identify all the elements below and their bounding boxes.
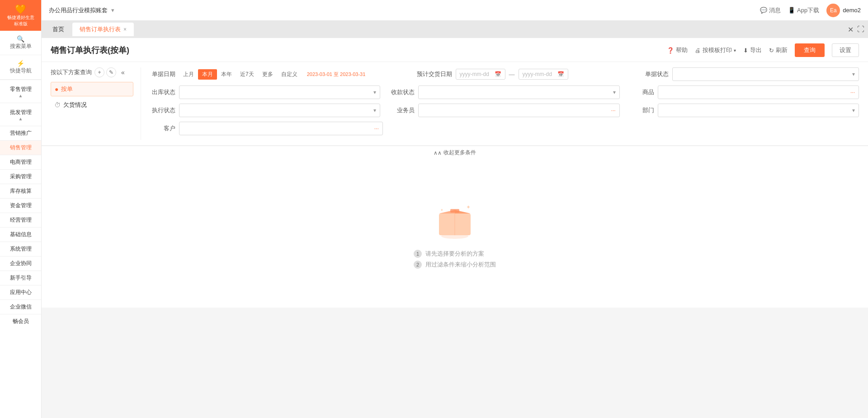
sidebar-item-newguide[interactable]: 新手引导: [0, 271, 41, 285]
date-tab-lastmonth[interactable]: 上月: [179, 69, 198, 80]
sidebar-item-sales[interactable]: 销售管理: [0, 141, 41, 155]
status-select[interactable]: ▾: [672, 67, 859, 81]
sidebar-item-operations[interactable]: 经营管理: [0, 213, 41, 228]
sidebar-item-member[interactable]: 畅会员: [0, 314, 41, 328]
sidebar-item-basic[interactable]: 基础信息: [0, 228, 41, 242]
date-tab-thismonth[interactable]: 本月: [198, 69, 217, 80]
message-action[interactable]: 💬 消息: [760, 6, 781, 14]
dept-select[interactable]: ▾: [658, 104, 859, 117]
scheme-item-按单[interactable]: ● 按单: [51, 82, 133, 96]
date-tab-thisyear[interactable]: 本年: [217, 69, 236, 80]
sidebar-item-inventory[interactable]: 库存核算: [0, 184, 41, 199]
sidebar-retail-label: 零售管理: [10, 86, 32, 93]
sidebar-ecommerce-label: 电商管理: [0, 158, 41, 166]
page-container: 销售订单执行表(按单) ❓ 帮助 🖨 按模板打印 ▾ ⬇ 导出: [42, 38, 868, 308]
payment-status-select[interactable]: ▾: [418, 86, 619, 99]
app-download-action[interactable]: 📱 App下载: [788, 6, 819, 14]
date-tabs: 上月 本月 本年 近7天 更多 自定义: [179, 69, 302, 80]
tab-home[interactable]: 首页: [45, 23, 71, 36]
delivery-status-select[interactable]: ▾: [179, 86, 380, 99]
svg-rect-2: [450, 209, 459, 213]
export-label: 导出: [750, 46, 762, 54]
salesperson-select[interactable]: ···: [418, 104, 619, 117]
help-button[interactable]: ❓ 帮助: [667, 46, 688, 54]
customer-more-icon[interactable]: ···: [374, 125, 379, 132]
filter-section-header: 按以下方案查询 + ✎ «: [51, 67, 133, 77]
tab-sales-order[interactable]: 销售订单执行表 ×: [72, 23, 134, 36]
sidebar-search[interactable]: 🔍 搜索菜单: [0, 31, 41, 55]
customer-select[interactable]: ···: [179, 122, 383, 135]
salesperson-more-icon[interactable]: ···: [611, 107, 616, 114]
user-area[interactable]: Ea demo2: [826, 4, 861, 17]
expected-date-end[interactable]: yyyy-mm-dd 📅: [519, 69, 568, 80]
app-logo[interactable]: 🧡 畅捷通好生意 标准版: [0, 0, 41, 31]
exec-status-group: 执行状态 ▾: [148, 104, 380, 117]
delivery-status-label: 出库状态: [148, 88, 175, 96]
date-tab-more[interactable]: 更多: [258, 69, 277, 80]
collapse-more-label: 收起更多条件: [443, 149, 476, 157]
user-name: demo2: [843, 7, 861, 14]
date-range-text: 2023-03-01 至 2023-03-31: [307, 71, 366, 78]
goods-more-icon[interactable]: ···: [850, 89, 855, 95]
date-tab-custom[interactable]: 自定义: [277, 69, 302, 80]
avatar[interactable]: Ea: [826, 4, 840, 17]
sidebar-item-retail[interactable]: 零售管理 ▲: [0, 80, 41, 103]
dept-arrow: ▾: [852, 107, 855, 114]
filter-section-label: 按以下方案查询: [51, 68, 92, 76]
empty-hint-2: 2 用过滤条件来缩小分析范围: [414, 261, 496, 269]
sidebar-item-marketing[interactable]: 营销推广: [0, 126, 41, 141]
sidebar-item-wholesale[interactable]: 批发管理 ▲: [0, 103, 41, 126]
help-label: 帮助: [676, 46, 688, 54]
hint-text-1: 请先选择要分析的方案: [425, 250, 484, 258]
goods-label: 商品: [627, 88, 654, 96]
search-button[interactable]: 查询: [795, 43, 825, 57]
topbar: 办公用品行业模拟账套 ▾ 💬 消息 📱 App下载 Ea demo2: [42, 0, 868, 21]
expected-date-end-placeholder: yyyy-mm-dd: [523, 71, 552, 77]
collapse-more-bar[interactable]: ∧∧ 收起更多条件: [42, 146, 868, 159]
payment-status-label: 收款状态: [387, 88, 415, 96]
sidebar-item-weixin[interactable]: 企业微信: [0, 300, 41, 314]
page-title: 销售订单执行表(按单): [51, 45, 129, 56]
sidebar-item-enterprise[interactable]: 企业协同: [0, 256, 41, 271]
sidebar-operations-label: 经营管理: [0, 216, 41, 224]
sidebar-item-appcenter[interactable]: 应用中心: [0, 285, 41, 300]
scheme-item-欠货情况[interactable]: ⏱ 欠货情况: [51, 98, 133, 112]
sidebar-item-finance[interactable]: 资金管理: [0, 199, 41, 213]
goods-select[interactable]: ···: [658, 86, 859, 99]
wholesale-arrow: ▲: [19, 116, 23, 121]
tab-close-window-icon[interactable]: ✕: [848, 25, 854, 34]
sidebar-item-purchase[interactable]: 采购管理: [0, 170, 41, 184]
svg-text:✦: ✦: [440, 208, 443, 212]
print-label: 按模板打印: [703, 46, 732, 54]
topbar-dropdown-icon[interactable]: ▾: [111, 7, 114, 14]
sidebar-quick-nav[interactable]: ⚡ 快捷导航: [0, 55, 41, 80]
edit-scheme-button[interactable]: ✎: [106, 67, 116, 77]
tab-close-icon[interactable]: ×: [123, 26, 127, 33]
avatar-text: Ea: [830, 7, 837, 14]
filter-right-panel: 单据日期 上月 本月 本年 近7天 更多 自定义: [141, 67, 859, 140]
settings-button[interactable]: 设置: [832, 43, 859, 57]
print-button[interactable]: 🖨 按模板打印 ▾: [695, 46, 736, 54]
collapse-chevron-icon: ∧∧: [434, 150, 442, 156]
filter-row-1: 单据日期 上月 本月 本年 近7天 更多 自定义: [148, 67, 859, 81]
sidebar-item-system[interactable]: 系统管理: [0, 242, 41, 256]
tab-expand-icon[interactable]: ⛶: [857, 25, 864, 33]
exec-arrow: ▾: [373, 107, 376, 114]
sidebar-basic-label: 基础信息: [0, 231, 41, 238]
collapse-panel-button[interactable]: «: [118, 67, 128, 77]
delivery-status-group: 出库状态 ▾: [148, 86, 380, 99]
expected-date-label: 预计交货日期: [417, 70, 452, 78]
main-area: 办公用品行业模拟账套 ▾ 💬 消息 📱 App下载 Ea demo2 首页: [42, 0, 868, 418]
hint-num-2: 2: [414, 261, 422, 269]
customer-label: 客户: [148, 124, 175, 133]
exec-status-select[interactable]: ▾: [179, 104, 380, 117]
add-scheme-button[interactable]: +: [94, 67, 104, 77]
export-button[interactable]: ⬇ 导出: [743, 46, 762, 54]
date-tab-7days[interactable]: 近7天: [236, 69, 258, 80]
expected-date-start[interactable]: yyyy-mm-dd 📅: [456, 69, 505, 80]
sidebar-item-ecommerce[interactable]: 电商管理: [0, 155, 41, 170]
filter-row-2: 出库状态 ▾ 收款状态 ▾: [148, 86, 859, 99]
topbar-right: 💬 消息 📱 App下载 Ea demo2: [760, 4, 861, 17]
refresh-button[interactable]: ↻ 刷新: [769, 46, 788, 54]
print-dropdown-icon: ▾: [734, 48, 736, 53]
